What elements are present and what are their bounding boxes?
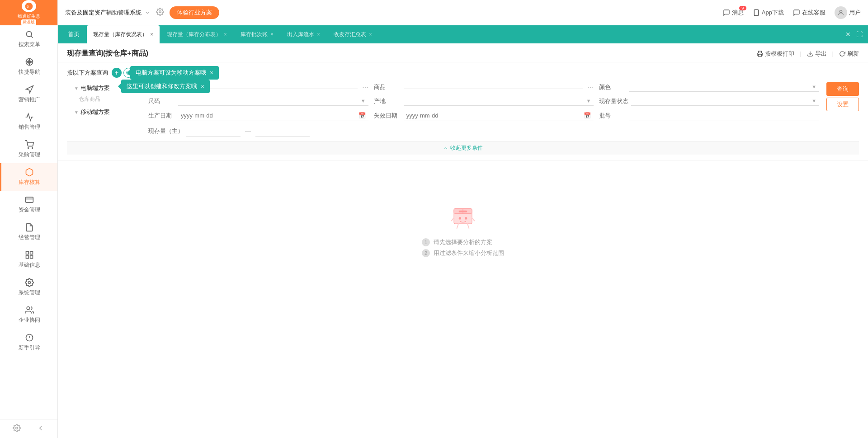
- print-button[interactable]: 按模板打印: [757, 50, 794, 58]
- tab-close-inout-flow[interactable]: ×: [317, 31, 320, 38]
- sidebar-item-enterprise[interactable]: 企业协同: [0, 301, 57, 329]
- sidebar-item-guide[interactable]: 新手引导: [0, 329, 57, 356]
- inv-qty-from-input[interactable]: [186, 126, 241, 137]
- filter-row-1: 仓库 ··· 商品 ···: [148, 82, 819, 92]
- inv-qty-to-input[interactable]: [255, 126, 310, 137]
- page-header: 现存量查询(按仓库+商品) 按模板打印 | 导出 | 刷新: [58, 43, 868, 62]
- tab-close-inventory-status[interactable]: ×: [150, 31, 153, 38]
- sidebar-item-sales[interactable]: 销售管理: [0, 108, 57, 136]
- tab-bar-actions: ✕ ⛶: [844, 25, 864, 43]
- scheme-node-mobile[interactable]: ▼ 移动端方案: [71, 106, 148, 118]
- sidebar-item-basicinfo[interactable]: 基础信息: [0, 246, 57, 273]
- reset-button[interactable]: 设置: [826, 98, 859, 111]
- tab-close-batch-ledger[interactable]: ×: [270, 31, 274, 38]
- top-header: 装备及固定资产辅助管理系统 体验行业方案 消息 9 App下载 在线客服: [58, 0, 868, 25]
- tab-inventory-dist[interactable]: 现存量（库存分布表） ×: [160, 25, 233, 43]
- inv-status-dropdown-icon: ▼: [811, 98, 816, 104]
- sidebar-item-purchase[interactable]: 采购管理: [0, 136, 57, 163]
- prod-date-from[interactable]: 📅: [178, 110, 368, 121]
- app-download-button[interactable]: App下载: [753, 9, 784, 17]
- trial-button[interactable]: 体验行业方案: [170, 6, 219, 19]
- empty-step-1: 1 请先选择要分析的方案: [422, 238, 504, 246]
- filter-area: 按以下方案查询 + ↺ « 电脑方案可设为移动方案哦 × 这里可以创: [58, 62, 868, 160]
- tab-home[interactable]: 首页: [61, 25, 86, 43]
- sidebar-item-inventory[interactable]: 库存核算: [0, 163, 57, 191]
- empty-illustration: [445, 197, 481, 233]
- settings-button[interactable]: [156, 8, 164, 17]
- search-button[interactable]: 查询: [826, 82, 859, 96]
- filter-field-color: 颜色 ▼: [599, 82, 819, 92]
- tab-recv-summary[interactable]: 收发存汇总表 ×: [327, 25, 378, 43]
- collapse-bar[interactable]: 收起更多条件: [67, 141, 859, 155]
- sidebar-item-finance[interactable]: 资金管理: [0, 191, 57, 218]
- settings-icon[interactable]: [13, 424, 21, 433]
- exp-date-from-icon[interactable]: 📅: [584, 112, 591, 119]
- content-area: 现存量查询(按仓库+商品) 按模板打印 | 导出 | 刷新: [58, 43, 868, 438]
- prod-date-from-input[interactable]: [181, 112, 357, 119]
- svg-line-3: [31, 36, 33, 38]
- tab-close-recv-summary[interactable]: ×: [369, 31, 372, 38]
- collapse-sidebar-icon[interactable]: [37, 424, 45, 433]
- inv-qty-label: 现存量（主）: [148, 127, 184, 135]
- sidebar-item-quicknav[interactable]: 快捷导航: [0, 53, 57, 80]
- header-right: 消息 9 App下载 在线客服 用户: [723, 6, 861, 19]
- exp-date-from-input[interactable]: [406, 112, 582, 119]
- user-menu[interactable]: 用户: [835, 6, 861, 19]
- svg-point-31: [465, 217, 467, 219]
- prod-date-from-icon[interactable]: 📅: [359, 112, 366, 119]
- warehouse-dots[interactable]: ···: [362, 83, 368, 91]
- svg-line-34: [452, 218, 454, 221]
- scheme-sub-item-warehouse[interactable]: 仓库商品: [79, 94, 148, 104]
- filter-field-prod-date: 生产日期 📅: [148, 110, 368, 121]
- export-button[interactable]: 导出: [807, 50, 827, 58]
- batch-input[interactable]: [629, 110, 819, 121]
- message-button[interactable]: 消息 9: [723, 9, 744, 17]
- range-sep: —: [245, 128, 251, 135]
- tab-batch-ledger[interactable]: 库存批次账 ×: [234, 25, 280, 43]
- scheme-popover-close[interactable]: ×: [210, 69, 213, 76]
- tab-fullscreen-button[interactable]: ⛶: [854, 29, 864, 40]
- svg-point-19: [16, 427, 18, 429]
- batch-label: 批号: [599, 112, 626, 120]
- tab-close-all-button[interactable]: ✕: [844, 29, 853, 40]
- origin-label: 产地: [374, 97, 401, 105]
- online-support-button[interactable]: 在线客服: [793, 9, 826, 17]
- app-badge: 标准版: [21, 19, 36, 25]
- prod-date-label: 生产日期: [148, 112, 175, 120]
- goods-label: 商品: [374, 83, 401, 91]
- refresh-button[interactable]: 刷新: [839, 50, 859, 58]
- edit-popover-close[interactable]: ×: [201, 83, 204, 90]
- inv-status-select[interactable]: ▼: [631, 96, 819, 106]
- arrow-icon: ▼: [74, 86, 79, 91]
- sidebar-item-system[interactable]: 系统管理: [0, 273, 57, 301]
- system-selector[interactable]: 装备及固定资产辅助管理系统: [65, 9, 151, 17]
- color-select[interactable]: ▼: [629, 82, 819, 92]
- goods-select[interactable]: [404, 85, 583, 89]
- sidebar: 6 畅通好生意 标准版 搜索菜单 快捷导航 营销推广 销售管理 采购管理 库存核…: [0, 0, 58, 438]
- sidebar-item-marketing[interactable]: 营销推广: [0, 80, 57, 108]
- sidebar-item-operations[interactable]: 经营管理: [0, 218, 57, 246]
- empty-state: 1 请先选择要分析的方案 2 用过滤条件来缩小分析范围: [58, 160, 868, 284]
- svg-rect-13: [26, 256, 29, 259]
- svg-point-7: [32, 148, 33, 149]
- step-num-2: 2: [422, 249, 430, 257]
- exp-date-label: 失效日期: [374, 112, 401, 120]
- svg-point-23: [840, 10, 842, 12]
- exp-date-from[interactable]: 📅: [404, 110, 594, 121]
- tab-inventory-status[interactable]: 现存量（库存状况表） ×: [87, 25, 160, 43]
- size-select[interactable]: ▼: [178, 96, 368, 106]
- add-scheme-button[interactable]: +: [112, 68, 122, 78]
- size-label: 尺码: [148, 97, 175, 105]
- svg-point-6: [28, 148, 29, 149]
- filter-row-4: 现存量（主） —: [148, 126, 819, 137]
- svg-line-32: [457, 224, 458, 228]
- svg-rect-29: [459, 211, 467, 212]
- goods-dots[interactable]: ···: [588, 83, 594, 91]
- origin-select[interactable]: ▼: [404, 96, 594, 106]
- tab-close-inventory-dist[interactable]: ×: [224, 31, 227, 38]
- sidebar-item-search[interactable]: 搜索菜单: [0, 25, 57, 53]
- sidebar-logo: 6 畅通好生意 标准版: [0, 0, 57, 25]
- filter-field-inv-status: 现存量状态 ▼: [599, 96, 819, 106]
- filter-field-origin: 产地 ▼: [374, 96, 594, 106]
- tab-inout-flow[interactable]: 出入库流水 ×: [281, 25, 326, 43]
